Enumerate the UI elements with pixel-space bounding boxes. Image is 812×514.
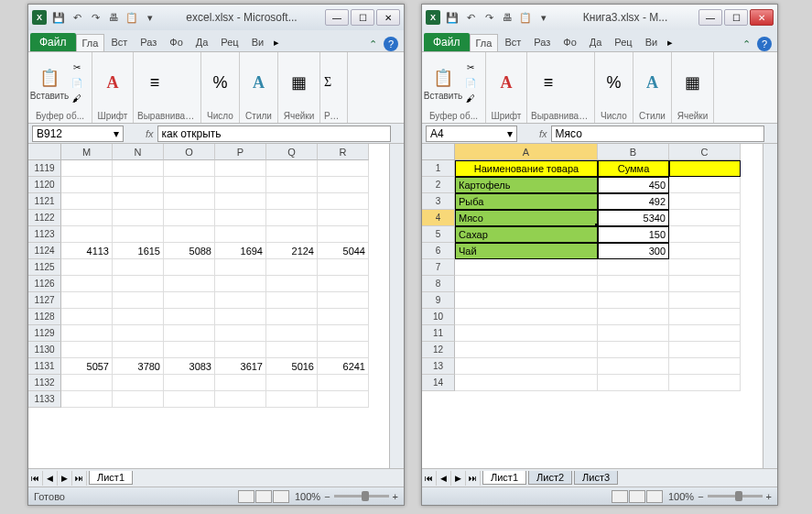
cell[interactable]: [215, 177, 266, 193]
cell[interactable]: [61, 375, 113, 391]
cell[interactable]: [113, 177, 164, 193]
cell[interactable]: [61, 193, 113, 210]
close-button[interactable]: ✕: [376, 9, 400, 26]
tab-view[interactable]: Ви: [639, 33, 664, 51]
undo-icon[interactable]: ↶: [462, 9, 479, 26]
styles-button[interactable]: A: [244, 70, 274, 95]
row-header[interactable]: 10: [422, 309, 455, 325]
cell[interactable]: [215, 292, 266, 309]
cell[interactable]: 6241: [318, 358, 369, 375]
name-box[interactable]: B912▾: [32, 126, 124, 142]
header-cell[interactable]: Наименование товара: [455, 160, 598, 177]
cell[interactable]: [266, 226, 318, 243]
cell[interactable]: [455, 259, 598, 276]
font-button[interactable]: A: [490, 70, 523, 95]
cell[interactable]: [598, 292, 669, 309]
cell[interactable]: [669, 276, 741, 292]
cells-button[interactable]: ▦: [676, 70, 709, 95]
page-break-view-icon[interactable]: [273, 490, 289, 503]
cell[interactable]: [266, 292, 318, 309]
cell[interactable]: 5088: [164, 243, 215, 259]
cell[interactable]: [113, 342, 164, 358]
cell[interactable]: 5340: [598, 210, 669, 226]
cell[interactable]: [318, 342, 369, 358]
font-button[interactable]: A: [96, 70, 129, 95]
number-button[interactable]: %: [205, 70, 235, 95]
titlebar[interactable]: X 💾 ↶ ↷ 🖶 📋 ▾ Книга3.xlsx - M... — ☐ ✕: [422, 5, 777, 30]
tab-home[interactable]: Гла: [76, 34, 105, 51]
column-header[interactable]: R: [318, 144, 369, 160]
cell[interactable]: [598, 342, 669, 358]
cell[interactable]: [113, 292, 164, 309]
close-button[interactable]: ✕: [750, 9, 774, 26]
cell[interactable]: [266, 276, 318, 292]
select-all-corner[interactable]: [422, 144, 455, 160]
last-sheet-icon[interactable]: ⏭: [72, 471, 87, 486]
cell[interactable]: [318, 177, 369, 193]
cell[interactable]: 3780: [113, 358, 164, 375]
cell[interactable]: [598, 325, 669, 342]
autosum-icon[interactable]: Σ: [324, 75, 331, 90]
format-painter-icon[interactable]: 🖌: [462, 91, 479, 105]
cell[interactable]: [61, 160, 113, 177]
copy-icon[interactable]: 📄: [462, 75, 479, 90]
cell[interactable]: [455, 358, 598, 375]
tab-view[interactable]: Ви: [245, 33, 270, 51]
row-header[interactable]: 5: [422, 226, 455, 243]
row-header[interactable]: 1129: [28, 325, 61, 342]
row-header[interactable]: 1125: [28, 259, 61, 276]
cell[interactable]: [598, 259, 669, 276]
row-header[interactable]: 1120: [28, 177, 61, 193]
cell[interactable]: [113, 210, 164, 226]
next-sheet-icon[interactable]: ▶: [451, 471, 466, 486]
help-icon[interactable]: ?: [757, 37, 772, 51]
row-header[interactable]: 1130: [28, 342, 61, 358]
cell[interactable]: [669, 259, 741, 276]
cell[interactable]: [113, 259, 164, 276]
cell[interactable]: 1615: [113, 243, 164, 259]
zoom-slider[interactable]: [334, 495, 389, 498]
paste-button[interactable]: 📋 Вставить: [32, 65, 67, 101]
file-tab[interactable]: Файл: [424, 33, 470, 51]
cell[interactable]: [215, 276, 266, 292]
cell[interactable]: [164, 375, 215, 391]
cell[interactable]: [164, 276, 215, 292]
cell[interactable]: [61, 177, 113, 193]
tab-home[interactable]: Гла: [470, 34, 499, 51]
undo-icon[interactable]: ↶: [69, 9, 85, 26]
next-sheet-icon[interactable]: ▶: [58, 471, 72, 486]
cell[interactable]: [266, 309, 318, 325]
cell[interactable]: [215, 160, 266, 177]
cell[interactable]: 2124: [266, 243, 318, 259]
cell[interactable]: [215, 210, 266, 226]
save-icon[interactable]: 💾: [50, 9, 67, 26]
row-header[interactable]: 12: [422, 342, 455, 358]
zoom-slider[interactable]: [708, 495, 763, 498]
copy-icon[interactable]: 📄: [69, 75, 85, 90]
cell[interactable]: 3083: [164, 358, 215, 375]
cell[interactable]: [61, 276, 113, 292]
cell[interactable]: Рыба: [455, 193, 598, 210]
zoom-in-icon[interactable]: +: [766, 491, 772, 502]
tab-data[interactable]: Да: [189, 33, 215, 51]
column-header[interactable]: B: [598, 144, 669, 160]
row-header[interactable]: 1: [422, 160, 455, 177]
cell[interactable]: [669, 375, 741, 391]
cell[interactable]: [266, 391, 318, 408]
cell[interactable]: Чай: [455, 243, 598, 259]
cell[interactable]: [318, 226, 369, 243]
formula-bar[interactable]: как открыть: [157, 126, 391, 142]
cell[interactable]: [598, 375, 669, 391]
cell[interactable]: [455, 309, 598, 325]
zoom-in-icon[interactable]: +: [393, 491, 398, 502]
zoom-out-icon[interactable]: −: [698, 491, 703, 502]
cell[interactable]: 5057: [61, 358, 113, 375]
cell[interactable]: [113, 391, 164, 408]
page-layout-view-icon[interactable]: [255, 490, 272, 503]
name-box[interactable]: A4▾: [426, 126, 517, 142]
vertical-scrollbar[interactable]: [389, 144, 404, 468]
row-header[interactable]: 1131: [28, 358, 61, 375]
cell[interactable]: [164, 160, 215, 177]
row-header[interactable]: 4: [422, 210, 455, 226]
tab-pagelayout[interactable]: Раз: [527, 33, 557, 51]
